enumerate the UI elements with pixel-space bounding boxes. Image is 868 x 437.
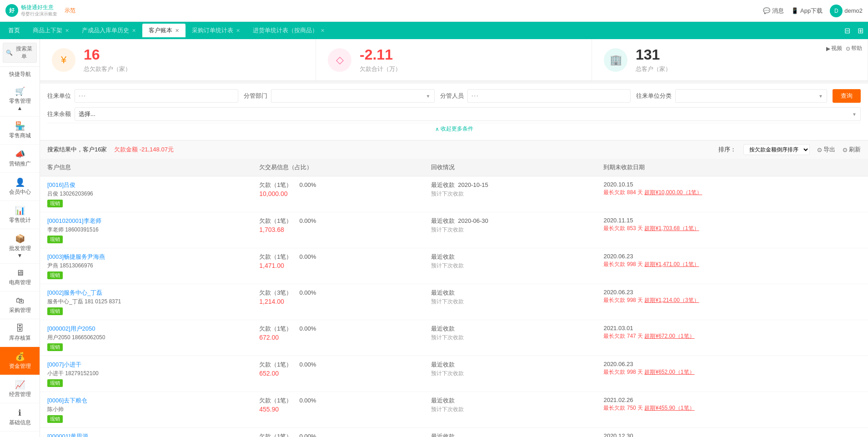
cell-customer-5: [0007]小进干 小进干 18279152100 现销 [40, 356, 252, 392]
overdue-link-2[interactable]: 超期¥1,471.00（1笔） [644, 261, 699, 267]
overdue-link-1[interactable]: 超期¥1,703.68（1笔） [644, 225, 699, 231]
sidebar-quick-nav[interactable]: 快捷导航 [0, 67, 40, 82]
member-icon: 👤 [15, 177, 25, 187]
user-menu[interactable]: D demo2 [830, 5, 863, 17]
refresh-btn[interactable]: ⊙ 刷新 [843, 146, 861, 154]
customer-name-7[interactable]: [000001]黄思源 [47, 432, 245, 437]
filter-section: 往来单位 ··· 分管部门 ▼ 分管人员 ··· [40, 84, 868, 140]
message-btn[interactable]: 💬 消息 [763, 7, 784, 15]
sidebar-item-capital-mgmt[interactable]: 💰 资金管理 [0, 347, 40, 375]
tab-home-label: 首页 [8, 26, 20, 35]
debt-amount-1: 1,703.68 [259, 226, 416, 233]
sidebar-item-member[interactable]: 👤 会员中心 [0, 173, 40, 201]
overdue-link-3[interactable]: 超期¥1,214.00（3笔） [644, 297, 699, 303]
refresh-label: 刷新 [849, 146, 861, 154]
customer-name-1[interactable]: [0001020001]李老师 [47, 217, 245, 225]
view-label: 视频 [831, 45, 842, 52]
cell-debt-4: 欠款（1笔） 0.00% 672.00 [252, 320, 423, 356]
sidebar-item-retail-mgmt[interactable]: 🛒 零售管理 ▲ [0, 82, 40, 116]
export-btn[interactable]: ⊙ 导出 [817, 146, 835, 154]
sort-label: 排序： [718, 146, 736, 154]
sidebar-item-batch-mgmt[interactable]: 📦 批发管理 ▼ [0, 229, 40, 264]
col-header-collection: 回收情况 [424, 159, 597, 176]
tab-home[interactable]: 首页 [2, 24, 26, 37]
customer-tag-3: 现销 [47, 307, 63, 315]
debt-amount-5: 652.00 [259, 370, 416, 377]
tab-product-history-label: 产成品入库单历史 [82, 26, 129, 35]
member-label: 会员中心 [9, 188, 31, 196]
collapse-btn[interactable]: ∧ 收起更多条件 [435, 125, 473, 133]
sidebar-item-retail-stats[interactable]: 📊 零售统计 [0, 201, 40, 229]
help-btn[interactable]: ⊙ 帮助 [846, 45, 862, 52]
category-input[interactable]: ▼ [675, 89, 827, 103]
recent-date-0: 2020-10-15 [458, 181, 488, 188]
tab-purchase-stats-label: 进货单统计表（按商品） [253, 26, 318, 35]
balance-input[interactable]: 选择... ▼ [75, 107, 861, 121]
cell-debt-3: 欠款（3笔） 0.00% 1,214.00 [252, 284, 423, 320]
recent-date-1: 2020-06-30 [458, 217, 488, 224]
supplier-label: 往来单位 [47, 92, 71, 100]
overdue-link-0[interactable]: 超期¥10,000.00（1笔） [644, 189, 702, 196]
supplier-input[interactable]: ··· [75, 89, 238, 103]
customer-name-3[interactable]: [0002]服务中心_丁磊 [47, 289, 245, 297]
customer-contact-2: 尹燕 18513066976 [47, 262, 245, 270]
tab-customer-account-close[interactable]: ✕ [175, 28, 179, 34]
tab-purchase-stats[interactable]: 进货单统计表（按商品） ✕ [246, 24, 331, 37]
overdue-link-6[interactable]: 超期¥455.90（1笔） [644, 405, 694, 411]
result-debt-total: 欠款金额 -21,148.07元 [114, 146, 174, 153]
sidebar-item-purchase-mgmt[interactable]: 🛍 采购管理 [0, 291, 40, 319]
dept-input[interactable]: ▼ [271, 89, 435, 103]
app-download-btn[interactable]: 📱 App下载 [791, 7, 823, 15]
next-collection-3: 预计下次收款 [431, 298, 589, 306]
debt-pct-5: 0.00% [299, 361, 316, 368]
tab-product-history-close[interactable]: ✕ [132, 28, 136, 34]
sidebar-item-inventory[interactable]: 🗄 库存核算 [0, 319, 40, 347]
customer-tag-5: 现销 [47, 379, 63, 387]
debit-customers-label: 总欠款客户（家） [84, 65, 131, 73]
tab-customer-account[interactable]: 客户账本 ✕ [142, 24, 186, 37]
overdue-link-4[interactable]: 超期¥672.00（1笔） [644, 333, 694, 339]
debt-amount-0: 10,000.00 [259, 190, 416, 197]
basic-info-icon: ℹ [18, 408, 21, 418]
tab-fullscreen-btn[interactable]: ⊞ [855, 25, 866, 36]
overdue-link-5[interactable]: 超期¥652.00（1笔） [644, 369, 694, 375]
balance-arrow: ▼ [852, 112, 857, 117]
ecommerce-icon: 🖥 [16, 268, 24, 278]
sidebar-item-basic-info[interactable]: ℹ 基础信息 [0, 403, 40, 432]
sort-select[interactable]: 按欠款金额倒序排序 [743, 144, 810, 155]
retail-store-label: 零售商城 [9, 132, 31, 140]
sidebar-item-operations[interactable]: 📈 经营管理 [0, 375, 40, 403]
sidebar-item-retail-store[interactable]: 🏪 零售商城 [0, 116, 40, 145]
debt-pct-6: 0.00% [299, 397, 316, 404]
view-btn[interactable]: ▶ 视频 [826, 45, 842, 52]
customer-name-4[interactable]: [000002]用户2050 [47, 325, 245, 333]
recent-collection-2: 最近收款 [431, 253, 589, 261]
sidebar-search-btn[interactable]: 🔍 搜索菜单 [3, 43, 37, 63]
customer-name-2[interactable]: [0003]畅捷服务尹海燕 [47, 253, 245, 261]
tab-purchase-stats-close[interactable]: ✕ [321, 28, 325, 34]
collapse-label: 收起更多条件 [441, 125, 473, 133]
total-customers-label: 总客户（家） [636, 65, 671, 73]
tab-purchase-order-close[interactable]: ✕ [236, 28, 240, 34]
customer-name-0[interactable]: [0016]吕俊 [47, 181, 245, 189]
tab-product-offline[interactable]: 商品上下架 ✕ [26, 24, 75, 37]
cell-debt-2: 欠款（1笔） 0.00% 1,471.00 [252, 248, 423, 284]
debit-customers-value: 16 [84, 46, 131, 63]
person-input[interactable]: ··· [467, 89, 631, 103]
debt-count-7: 欠款（1笔） [259, 432, 292, 437]
retail-stats-icon: 📊 [15, 206, 25, 216]
search-btn[interactable]: 查询 [833, 89, 861, 103]
customer-name-5[interactable]: [0007]小进干 [47, 361, 245, 369]
tab-product-offline-close[interactable]: ✕ [65, 28, 69, 34]
stats-row: ¥ 16 总欠款客户（家） ◇ -2.11 欠款合计（万） 🏢 [40, 39, 868, 81]
tab-collapse-btn[interactable]: ⊟ [842, 25, 853, 36]
tab-purchase-order[interactable]: 采购订单统计表 ✕ [186, 24, 246, 37]
inventory-label: 库存核算 [9, 334, 31, 342]
sidebar-item-system-mgmt[interactable]: ⚙ 系统管理 [0, 432, 40, 437]
cell-duedate-5: 2020.06.23 最长欠款 998 天 超期¥652.00（1笔） [596, 356, 868, 392]
sidebar-item-marketing[interactable]: 📣 营销推广 [0, 145, 40, 173]
customer-name-6[interactable]: [0006]去下粮仓 [47, 397, 245, 405]
tab-product-history[interactable]: 产成品入库单历史 ✕ [75, 24, 142, 37]
sidebar-item-ecommerce[interactable]: 🖥 电商管理 [0, 264, 40, 291]
cell-collection-1: 最近收款 2020-06-30 预计下次收款 [424, 212, 597, 248]
